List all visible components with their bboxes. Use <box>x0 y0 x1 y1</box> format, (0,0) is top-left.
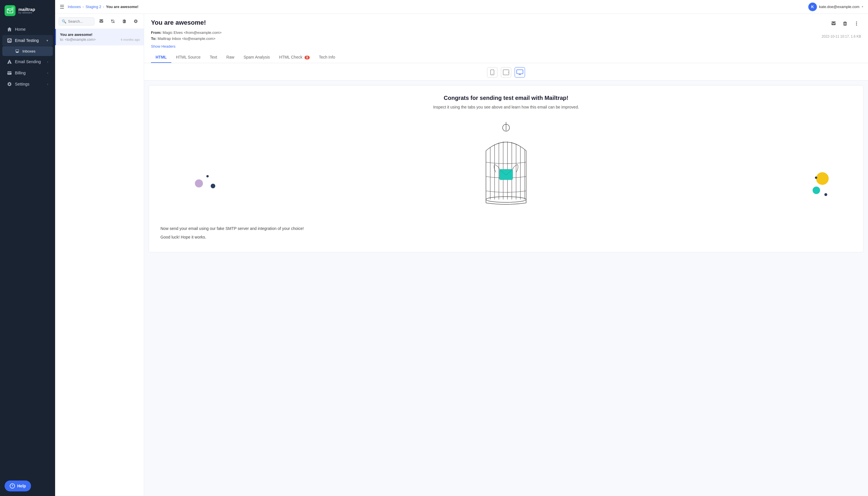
breadcrumb-sep1: › <box>83 4 84 9</box>
sidebar-navigation: Home Email Testing ▾ Inboxes Email Sendi… <box>0 21 55 476</box>
svg-point-5 <box>12 487 12 487</box>
tab-html[interactable]: HTML <box>151 52 171 63</box>
tab-html-source[interactable]: HTML Source <box>171 52 205 63</box>
email-from-to: From: Magic Elves <from@example.com> To:… <box>151 30 221 43</box>
view-controls <box>144 63 868 81</box>
user-chevron-icon: ▾ <box>862 5 864 9</box>
email-list: You are awesome! to: <to@example.com> 4 … <box>55 29 144 496</box>
breadcrumb-staging[interactable]: Staging 2 <box>86 4 101 9</box>
breadcrumb: Inboxes › Staging 2 › You are awesome! <box>68 4 138 9</box>
sidebar-item-settings[interactable]: Settings › <box>2 79 53 90</box>
user-menu[interactable]: K kate.doe@example.com ▾ <box>808 3 864 11</box>
settings-gear-button[interactable] <box>131 17 140 26</box>
email-view-panel: You are awesome! <box>144 14 868 496</box>
logo: ✓ mailtrap by railsware <box>0 0 55 21</box>
email-body[interactable]: Congrats for sending test email with Mai… <box>144 63 868 496</box>
tab-html-check[interactable]: HTML Check 8 <box>275 52 314 63</box>
breadcrumb-inboxes[interactable]: Inboxes <box>68 4 81 9</box>
email-item-time: 4 months ago <box>121 38 140 41</box>
tab-spam-analysis[interactable]: Spam Analysis <box>239 52 275 63</box>
billing-icon <box>7 70 12 76</box>
chevron-right-icon-settings: › <box>47 82 48 86</box>
svg-point-26 <box>486 197 526 202</box>
dot-yellow <box>816 172 829 185</box>
menu-icon[interactable]: ☰ <box>60 4 64 10</box>
tab-tech-info[interactable]: Tech Info <box>314 52 340 63</box>
email-testing-icon <box>7 38 12 43</box>
breadcrumb-sep2: › <box>103 4 104 9</box>
desktop-icon <box>516 69 523 75</box>
congrats-subtitle: Inspect it using the tabs you see above … <box>160 105 852 109</box>
search-box[interactable]: 🔍 <box>59 17 94 26</box>
delete-button[interactable] <box>840 19 850 28</box>
compose-icon <box>99 19 104 24</box>
email-meta-row: From: Magic Elves <from@example.com> To:… <box>151 30 861 43</box>
tablet-icon <box>503 69 509 75</box>
topbar-right: K kate.doe@example.com ▾ <box>808 3 864 11</box>
svg-rect-10 <box>517 70 523 74</box>
email-content-frame: Congrats for sending test email with Mai… <box>149 85 864 252</box>
email-subject: You are awesome! <box>151 19 206 27</box>
refresh-icon <box>110 19 115 24</box>
email-list-item[interactable]: You are awesome! to: <to@example.com> 4 … <box>55 29 144 45</box>
email-actions <box>829 19 861 28</box>
sidebar-item-inboxes[interactable]: Inboxes <box>2 46 53 56</box>
chevron-right-icon: › <box>47 60 48 63</box>
email-header: You are awesome! <box>144 14 868 63</box>
inbox-icon <box>15 49 19 53</box>
settings-icon <box>7 81 12 87</box>
chevron-right-icon-billing: › <box>47 71 48 75</box>
dot-small-dark <box>206 175 209 177</box>
email-to: To: Mailtrap Inbox <to@example.com> <box>151 36 221 41</box>
topbar: ☰ Inboxes › Staging 2 › You are awesome!… <box>55 0 868 14</box>
mobile-icon <box>490 69 495 75</box>
compose-button[interactable] <box>97 17 106 26</box>
chevron-down-icon: ▾ <box>46 39 48 43</box>
svg-rect-0 <box>4 5 16 16</box>
list-toolbar: 🔍 <box>55 14 144 29</box>
breadcrumb-current: You are awesome! <box>106 4 138 9</box>
logo-text: mailtrap by railsware <box>18 7 35 14</box>
congrats-title: Congrats for sending test email with Mai… <box>160 95 852 101</box>
send-icon <box>7 59 12 64</box>
tab-text[interactable]: Text <box>205 52 222 63</box>
cage-svg <box>475 122 538 214</box>
tablet-view-button[interactable] <box>501 67 511 78</box>
email-item-to: to: <to@example.com> <box>60 37 96 42</box>
sidebar-item-billing[interactable]: Billing › <box>2 67 53 78</box>
email-header-top: You are awesome! <box>151 19 861 28</box>
email-from: From: Magic Elves <from@example.com> <box>151 30 221 35</box>
gear-icon <box>134 19 138 24</box>
svg-text:✓: ✓ <box>12 7 14 10</box>
home-icon <box>7 27 12 32</box>
sidebar-item-email-testing[interactable]: Email Testing ▾ <box>2 35 53 46</box>
sidebar-item-email-sending[interactable]: Email Sending › <box>2 56 53 67</box>
sidebar: ✓ mailtrap by railsware Home Email Testi… <box>0 0 55 496</box>
dot-small-bottom-right <box>824 193 827 196</box>
avatar: K <box>808 3 817 11</box>
email-timestamp: 2022-10-11 10:17, 1.6 KB <box>822 34 861 38</box>
email-item-subject: You are awesome! <box>60 32 140 37</box>
mailtrap-logo-icon: ✓ <box>4 5 16 16</box>
more-options-button[interactable] <box>852 19 861 28</box>
delete-all-button[interactable] <box>120 17 129 26</box>
help-button[interactable]: Help <box>4 480 31 492</box>
refresh-button[interactable] <box>108 17 118 26</box>
desktop-view-button[interactable] <box>515 67 525 78</box>
show-headers-link[interactable]: Show Headers <box>151 44 175 48</box>
dot-small-right <box>815 176 817 179</box>
sidebar-item-home[interactable]: Home <box>2 24 53 35</box>
email-tabs: HTML HTML Source Text Raw Spam Analysis … <box>151 52 861 63</box>
email-list-panel: 🔍 <box>55 14 144 496</box>
more-icon <box>854 21 859 26</box>
delete-all-icon <box>122 19 127 24</box>
cage-illustration <box>160 116 852 220</box>
mobile-view-button[interactable] <box>487 67 497 78</box>
search-input[interactable] <box>68 19 91 24</box>
email-body-text-1: Now send your email using our fake SMTP … <box>160 225 852 234</box>
email-body-text-2: Good luck! Hope it works. <box>160 234 852 243</box>
forward-icon <box>831 21 836 26</box>
tab-raw[interactable]: Raw <box>221 52 239 63</box>
dot-teal <box>812 187 820 194</box>
forward-button[interactable] <box>829 19 838 28</box>
